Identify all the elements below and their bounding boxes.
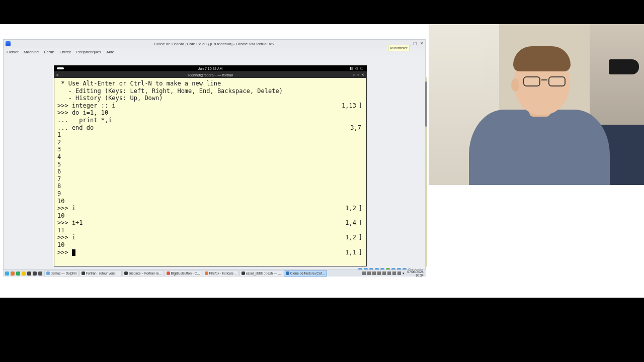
kde-firefox-icon[interactable] (11, 272, 15, 276)
letterbox-top (0, 0, 644, 24)
terminal-line: >>> do i=1, 10 (57, 109, 363, 117)
vb-menu-ecran[interactable]: Écran (42, 50, 56, 54)
gnome-clock[interactable]: Jun 7 10:32 AM (198, 67, 223, 70)
kde-tray-updates-icon[interactable] (392, 272, 396, 275)
kde-panel[interactable]: demos — DolphinFortran : retour vers l…l… (3, 269, 426, 277)
kde-tray-battery-icon[interactable] (382, 272, 386, 275)
kde-task-app-icon (46, 272, 50, 275)
kde-tray-network-icon[interactable] (372, 272, 376, 275)
kde-task-app-icon (82, 272, 85, 275)
kde-clock[interactable]: 07/06/2024 10:34 (406, 270, 424, 277)
kde-task-label: Fortran : retour vers l… (86, 272, 120, 275)
letterbox-bottom (0, 298, 644, 362)
terminal-bracket: ] (359, 219, 362, 227)
vb-menu-periph[interactable]: Périphériques (74, 50, 103, 54)
kde-editor-icon[interactable] (33, 272, 37, 276)
gnome-system-tray[interactable]: ◧ ◷ ▢ (350, 66, 364, 70)
gnome-network-icon[interactable]: ◧ (350, 66, 353, 70)
gnome-volume-icon[interactable]: ◷ (355, 66, 358, 70)
kde-task-label: linspace – Fortran-la… (129, 272, 162, 275)
kde-tray-notifications-icon[interactable] (397, 272, 401, 275)
kde-tray-keyboard-icon[interactable] (387, 272, 391, 275)
kde-settings-icon[interactable] (27, 272, 31, 276)
terminal-line: * Use Alt-Enter or Ctrl-N to make a new … (57, 80, 363, 87)
presenter-person (464, 44, 615, 185)
kde-task-item[interactable]: demos — Dolphin (44, 270, 79, 277)
terminal-cursor (72, 249, 75, 256)
kde-system-tray: ▾ 07/06/2024 10:34 (360, 270, 426, 277)
kde-tray-clipboard-icon[interactable] (362, 272, 366, 275)
terminal-line: 2 (57, 139, 363, 146)
terminal-body[interactable]: * Use Alt-Enter or Ctrl-N to make a new … (54, 78, 366, 266)
kde-tray-chevron-icon[interactable]: ▾ (403, 272, 405, 276)
virtualbox-window: Clone de Fedora (Café Calcul) [En foncti… (3, 39, 426, 293)
terminal-line: >>> integer :: i1,13] (57, 102, 363, 110)
vb-window-title: Clone de Fedora (Café Calcul) [En foncti… (154, 42, 275, 46)
kde-task-item[interactable]: BigBlueButton - C… (165, 270, 202, 277)
terminal-line: 10 (57, 241, 363, 249)
terminal-line: 3 (57, 146, 363, 153)
terminal-bracket: ] (359, 102, 362, 110)
terminal-titlebar[interactable]: ≡ sdonnet@fedora:~ — lfortran ⌕ ≡ ✕ (54, 72, 366, 78)
terminal-right-indicator: 1,4 (345, 219, 356, 227)
vb-menu-machine[interactable]: Machine (22, 50, 41, 54)
vb-menu-entree[interactable]: Entrée (57, 50, 73, 54)
terminal-scrollbar[interactable] (425, 77, 427, 266)
terminal-line: 10 (57, 212, 363, 220)
terminal-menu-icon[interactable]: ≡ (357, 73, 359, 77)
terminal-title: sdonnet@fedora:~ — lfortran (188, 73, 233, 77)
terminal-search-icon[interactable]: ⌕ (353, 73, 355, 77)
kde-task-label: Clone de Fedora (Caf… (290, 272, 325, 275)
terminal-bracket: ] (359, 249, 362, 256)
gnome-top-bar[interactable]: Jun 7 10:32 AM ◧ ◷ ▢ (54, 65, 367, 71)
kde-task-item[interactable]: Firefox - Indicate… (203, 270, 239, 277)
terminal-line: 7 (57, 175, 363, 183)
terminal-line: 5 (57, 161, 363, 168)
kde-task-app-icon (167, 272, 170, 275)
terminal-line: >>> i1,2] (57, 234, 363, 241)
terminal-line: 11 (57, 227, 363, 234)
kde-task-label: essai_stdlib : bash — … (246, 272, 281, 275)
terminal-line: 10 (57, 198, 363, 205)
kde-task-app-icon (286, 272, 289, 275)
terminal-window[interactable]: ≡ sdonnet@fedora:~ — lfortran ⌕ ≡ ✕ * Us… (54, 71, 367, 266)
vb-menu-aide[interactable]: Aide (104, 50, 116, 54)
terminal-right-indicator: 1,2 (345, 205, 356, 212)
kde-task-item[interactable]: Clone de Fedora (Caf… (284, 270, 327, 277)
gnome-activities-icon[interactable] (57, 67, 64, 69)
terminal-bracket: ] (359, 234, 362, 241)
kde-tray-bluetooth-icon[interactable] (377, 272, 381, 275)
terminal-close-icon[interactable]: ✕ (361, 73, 364, 77)
terminal-line: 9 (57, 190, 363, 198)
terminal-right-indicator: 1,2 (345, 234, 356, 241)
webcam-feed (429, 24, 644, 185)
kde-task-label: demos — Dolphin (51, 272, 77, 275)
kde-launchers (3, 272, 44, 276)
kde-start-icon[interactable] (5, 272, 9, 276)
kde-task-list: demos — DolphinFortran : retour vers l…l… (44, 270, 360, 277)
kde-task-app-icon (205, 272, 208, 275)
kde-clock-time: 10:34 (407, 274, 424, 277)
virtualbox-icon (6, 41, 11, 46)
vm-display-area: Jun 7 10:32 AM ◧ ◷ ▢ ≡ sdonnet@fedora:~ … (3, 55, 426, 266)
vb-close-button[interactable]: ✕ (419, 41, 424, 46)
terminal-line: >>> 1,1] (57, 249, 363, 256)
vb-titlebar[interactable]: Clone de Fedora (Café Calcul) [En foncti… (3, 39, 426, 48)
gnome-power-icon[interactable]: ▢ (360, 66, 364, 70)
terminal-right-indicator: 3,7 (350, 124, 361, 132)
vb-maximize-button[interactable]: ▢ (413, 41, 418, 46)
terminal-line: ... end do3,7 (57, 124, 363, 132)
kde-tray-volume-icon[interactable] (367, 272, 371, 275)
vb-menu-fichier[interactable]: Fichier (5, 50, 21, 54)
kde-task-label: Firefox - Indicate… (209, 272, 237, 275)
kde-files-icon[interactable] (16, 272, 20, 276)
terminal-bracket: ] (359, 205, 362, 212)
kde-terminal-icon[interactable] (22, 272, 26, 276)
kde-task-item[interactable]: linspace – Fortran-la… (122, 270, 164, 277)
kde-task-item[interactable]: essai_stdlib : bash — … (239, 270, 283, 277)
terminal-scrollbar-thumb[interactable] (425, 81, 427, 127)
terminal-hamburger-icon[interactable]: ≡ (56, 73, 58, 77)
kde-task-item[interactable]: Fortran : retour vers l… (79, 270, 122, 277)
terminal-line: >>> i+11,4] (57, 219, 363, 227)
terminal-right-indicator: 1,13 (342, 102, 356, 110)
